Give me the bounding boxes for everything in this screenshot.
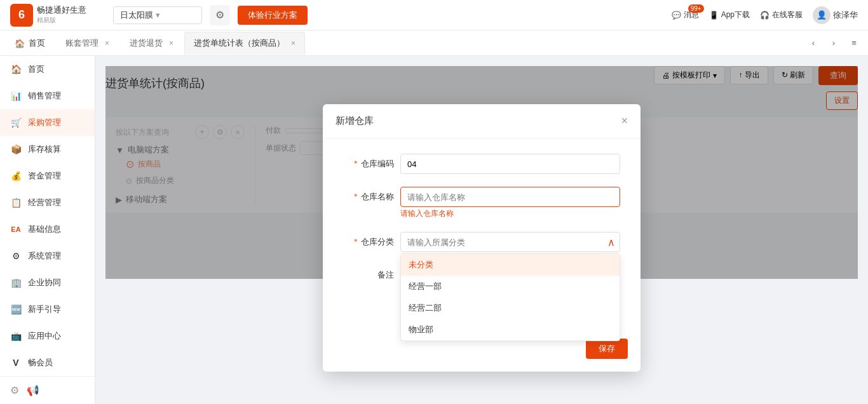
gear-button[interactable]: ⚙ — [210, 5, 230, 25]
sidebar-finance-label: 资金管理 — [28, 170, 61, 182]
sidebar-vip-label: 畅会员 — [28, 357, 53, 368]
app-edition: 精易版 — [37, 16, 86, 25]
enterprise-sidebar-icon: 🏢 — [10, 277, 22, 288]
tab-accounts-close[interactable]: × — [105, 39, 109, 48]
sidebar-enterprise-label: 企业协同 — [28, 277, 61, 288]
sidebar-stock-label: 库存核算 — [28, 144, 61, 155]
dropdown-item-uncategorized[interactable]: 未分类 — [401, 254, 620, 276]
avatar-icon: 👤 — [813, 6, 831, 24]
stock-sidebar-icon: 📦 — [10, 144, 22, 155]
modal-close-button[interactable]: × — [621, 114, 628, 128]
app-name: 畅捷通好生意 — [37, 5, 86, 16]
tab-purchase-stats[interactable]: 进货单统计表（按商品） × — [184, 32, 305, 55]
sidebar-item-finance[interactable]: 💰 资金管理 — [0, 163, 95, 189]
warehouse-category-dropdown: ∧ 未分类 经营一部 经营二部 物业部 — [400, 232, 620, 252]
warehouse-name-row: * 仓库名称 请输入仓库名称 — [343, 187, 620, 219]
category-dropdown-menu: 未分类 经营一部 经营二部 物业部 — [400, 253, 620, 341]
note-label: 备注 — [343, 265, 400, 285]
sidebar-system-label: 系统管理 — [28, 250, 61, 262]
sidebar-item-purchase[interactable]: 🛒 采购管理 — [0, 109, 95, 136]
sidebar-item-home[interactable]: 🏠 首页 — [0, 56, 95, 83]
tab-purchase-return-label: 进货退货 — [130, 37, 163, 49]
trial-button[interactable]: 体验行业方案 — [238, 6, 308, 25]
modal-header: 新增仓库 × — [323, 104, 641, 138]
add-warehouse-modal: 新增仓库 × * 仓库编码 — [323, 104, 641, 372]
sidebar-item-app-center[interactable]: 📺 应用中心 — [0, 323, 95, 349]
app-download-label: App下载 — [721, 10, 750, 20]
sidebar-speaker-icon[interactable]: 📢 — [27, 384, 39, 396]
messages-badge: 99+ — [688, 4, 704, 13]
vip-sidebar-icon: V — [10, 357, 22, 368]
sidebar-basic-label: 基础信息 — [28, 224, 61, 235]
dropdown-item-property[interactable]: 物业部 — [401, 319, 620, 340]
headset-icon: 🎧 — [760, 11, 770, 20]
username-label: 徐泽华 — [833, 10, 858, 21]
tab-home[interactable]: 🏠 首页 — [5, 32, 55, 55]
sidebar-operations-label: 经营管理 — [28, 197, 61, 208]
sidebar-item-enterprise[interactable]: 🏢 企业协同 — [0, 269, 95, 296]
tab-prev-button[interactable]: ‹ — [804, 34, 822, 52]
warehouse-name-input[interactable] — [400, 187, 620, 207]
sidebar-item-system[interactable]: ⚙ 系统管理 — [0, 243, 95, 269]
gear-icon: ⚙ — [215, 9, 224, 21]
sidebar-item-sales[interactable]: 📊 销售管理 — [0, 83, 95, 109]
person-icon: 👤 — [817, 10, 827, 20]
tab-menu-button[interactable]: ≡ — [845, 34, 863, 52]
app-download-item[interactable]: 📱 App下载 — [709, 10, 750, 20]
content-inner: 进货单统计(按商品) 🖨 按模板打印 ▾ ↑ 导出 ↻ 刷新 — [105, 66, 858, 279]
save-button[interactable]: 保存 — [586, 339, 628, 359]
tab-bar: 🏠 首页 账套管理 × 进货退货 × 进货单统计表（按商品） × ‹ › ≡ — [0, 30, 868, 56]
warehouse-category-input[interactable] — [400, 232, 620, 252]
main-layout: 🏠 首页 📊 销售管理 🛒 采购管理 📦 库存核算 💰 资金管理 📋 经营管理 … — [0, 56, 868, 404]
warehouse-code-row: * 仓库编码 — [343, 154, 620, 174]
app-center-sidebar-icon: 📺 — [10, 330, 22, 342]
sidebar-sales-label: 销售管理 — [28, 90, 61, 102]
dropdown-item-ops1[interactable]: 经营一部 — [401, 276, 620, 297]
dropdown-item-ops2[interactable]: 经营二部 — [401, 297, 620, 319]
home-icon: 🏠 — [15, 39, 25, 48]
dropdown-arrow-icon: ▾ — [156, 10, 160, 20]
app-selector-label: 日太阳膜 — [120, 10, 153, 21]
tab-purchase-return[interactable]: 进货退货 × — [120, 32, 183, 55]
sidebar-purchase-label: 采购管理 — [28, 117, 61, 128]
tab-home-label: 首页 — [29, 37, 45, 49]
tab-next-button[interactable]: › — [825, 34, 843, 52]
sidebar: 🏠 首页 📊 销售管理 🛒 采购管理 📦 库存核算 💰 资金管理 📋 经营管理 … — [0, 56, 95, 404]
system-sidebar-icon: ⚙ — [10, 250, 22, 262]
sidebar-item-stock[interactable]: 📦 库存核算 — [0, 136, 95, 163]
top-right-area: 💬 消息 99+ 📱 App下载 🎧 在线客服 👤 徐泽华 — [672, 6, 858, 24]
sidebar-item-operations[interactable]: 📋 经营管理 — [0, 189, 95, 216]
tab-accounts-label: 账套管理 — [65, 37, 98, 49]
user-avatar-area[interactable]: 👤 徐泽华 — [813, 6, 858, 24]
tab-purchase-stats-close[interactable]: × — [291, 39, 295, 48]
sidebar-item-vip[interactable]: V 畅会员 — [0, 349, 95, 376]
guide-sidebar-icon: 🆕 — [10, 304, 22, 315]
phone-icon: 📱 — [709, 11, 719, 20]
app-selector[interactable]: 日太阳膜 ▾ — [113, 6, 202, 24]
logo-icon: 6 — [10, 4, 33, 27]
modal-body: * 仓库编码 * 仓库名称 — [323, 138, 641, 331]
messages-item[interactable]: 💬 消息 99+ — [672, 10, 699, 20]
modal-title: 新增仓库 — [336, 115, 374, 127]
sidebar-item-guide[interactable]: 🆕 新手引导 — [0, 296, 95, 323]
purchase-sidebar-icon: 🛒 — [10, 117, 22, 128]
top-bar: 6 畅捷通好生意 精易版 日太阳膜 ▾ ⚙ 体验行业方案 💬 消息 99+ 📱 … — [0, 0, 868, 30]
sales-sidebar-icon: 📊 — [10, 90, 22, 102]
finance-sidebar-icon: 💰 — [10, 170, 22, 182]
modal-overlay: 新增仓库 × * 仓库编码 — [105, 66, 858, 279]
warehouse-category-label: * 仓库分类 — [343, 232, 400, 252]
operations-sidebar-icon: 📋 — [10, 197, 22, 208]
warehouse-name-error: 请输入仓库名称 — [400, 209, 454, 218]
online-service-item[interactable]: 🎧 在线客服 — [760, 10, 803, 20]
sidebar-item-basic[interactable]: EA 基础信息 — [0, 216, 95, 243]
logo-area: 6 畅捷通好生意 精易版 — [10, 4, 105, 27]
sidebar-home-label: 首页 — [28, 64, 44, 75]
warehouse-code-input[interactable] — [400, 154, 620, 174]
tab-purchase-return-close[interactable]: × — [169, 39, 173, 48]
sidebar-bottom: ⚙ 📢 — [0, 376, 95, 404]
basic-sidebar-icon: EA — [10, 224, 22, 235]
sidebar-settings-icon[interactable]: ⚙ — [10, 384, 19, 396]
tab-accounts[interactable]: 账套管理 × — [56, 32, 119, 55]
sidebar-guide-label: 新手引导 — [28, 304, 61, 315]
message-icon: 💬 — [672, 11, 681, 20]
